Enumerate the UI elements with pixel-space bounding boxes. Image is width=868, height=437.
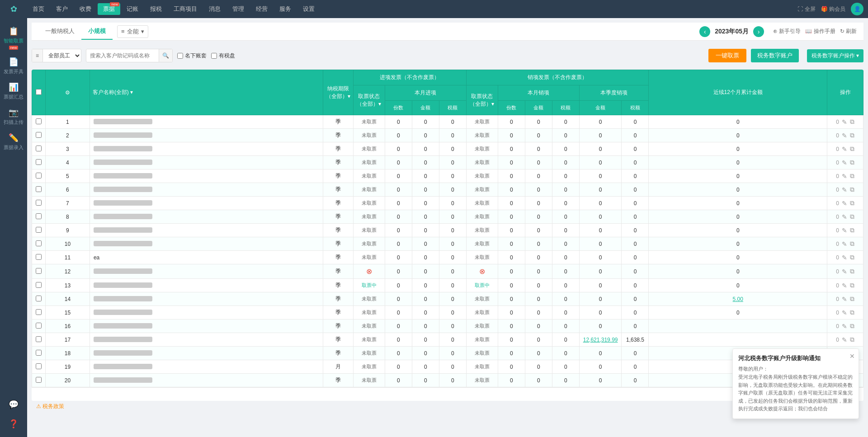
under-account-checkbox[interactable]: 名下账套: [177, 52, 207, 60]
edit-icon[interactable]: ✎: [842, 146, 847, 153]
copy-icon[interactable]: ⧉: [850, 118, 854, 126]
action-num-0[interactable]: 0: [836, 173, 839, 179]
under-account-check[interactable]: [177, 53, 183, 59]
sidebar-item-summary[interactable]: 📊 票据汇总: [0, 79, 27, 104]
select-all-checkbox[interactable]: [36, 89, 42, 95]
row-checkbox[interactable]: [36, 213, 42, 219]
nav-operation[interactable]: 经营: [250, 3, 273, 15]
row-checkbox[interactable]: [36, 282, 42, 288]
sidebar-item-fetch-invoice[interactable]: 📋 智能取票 new: [0, 23, 27, 53]
tax-digital-action-btn[interactable]: 税务数字账户操作 ▾: [807, 49, 863, 62]
action-num-0[interactable]: 0: [836, 146, 839, 152]
copy-icon[interactable]: ⧉: [850, 213, 854, 221]
tab-all-filter[interactable]: ≡ 全能 ▾: [117, 25, 148, 38]
copy-icon[interactable]: ⧉: [850, 309, 854, 316]
edit-icon[interactable]: ✎: [842, 240, 847, 248]
edit-icon[interactable]: ✎: [842, 186, 847, 193]
nav-home[interactable]: 首页: [27, 3, 50, 15]
search-input[interactable]: [86, 52, 159, 59]
member-btn[interactable]: 🎁 购会员: [821, 5, 845, 13]
action-num-0[interactable]: 0: [836, 160, 839, 166]
row-checkbox[interactable]: [36, 240, 42, 246]
tax-digital-account-btn[interactable]: 税务数字账户: [751, 49, 799, 62]
period-next-btn[interactable]: ›: [753, 26, 764, 37]
user-avatar[interactable]: 👤: [851, 3, 863, 15]
fullscreen-btn[interactable]: ⛶ 全屏: [797, 5, 815, 13]
edit-icon[interactable]: ✎: [842, 118, 847, 126]
row-checkbox[interactable]: [36, 296, 42, 301]
copy-icon[interactable]: ⧉: [850, 159, 854, 166]
action-num-0[interactable]: 0: [836, 214, 839, 220]
action-num-0[interactable]: 0: [836, 337, 839, 343]
action-num-0[interactable]: 0: [836, 132, 839, 139]
row-checkbox[interactable]: [36, 309, 42, 315]
copy-icon[interactable]: ⧉: [850, 226, 854, 234]
row-checkbox[interactable]: [36, 336, 42, 342]
row-checkbox[interactable]: [36, 350, 42, 356]
edit-icon[interactable]: ✎: [842, 254, 847, 261]
has-tax-disk-check[interactable]: [211, 53, 217, 59]
action-num-0[interactable]: 0: [836, 323, 839, 329]
one-click-fetch-btn[interactable]: 一键取票: [708, 49, 746, 62]
copy-icon[interactable]: ⧉: [850, 145, 854, 153]
refresh-btn[interactable]: ↻ 刷新: [840, 28, 857, 35]
sidebar-item-open-invoice[interactable]: 📄 发票开具: [0, 53, 27, 79]
edit-icon[interactable]: ✎: [842, 200, 847, 207]
copy-icon[interactable]: ⧉: [850, 240, 854, 248]
sidebar-item-help[interactable]: ❓: [9, 415, 19, 432]
edit-icon[interactable]: ✎: [842, 213, 847, 221]
action-num-0[interactable]: 0: [836, 296, 839, 302]
nav-manage[interactable]: 管理: [227, 3, 250, 15]
employee-select[interactable]: 全部员工: [43, 52, 81, 59]
nav-tax[interactable]: 报税: [145, 3, 167, 15]
copy-icon[interactable]: ⧉: [850, 322, 854, 330]
period-prev-btn[interactable]: ‹: [699, 26, 710, 37]
edit-icon[interactable]: ✎: [842, 323, 847, 330]
action-num-0[interactable]: 0: [836, 227, 839, 234]
guide-btn[interactable]: ⊕ 新手引导: [773, 28, 801, 35]
nav-message[interactable]: 消息: [203, 3, 226, 15]
action-num-0[interactable]: 0: [836, 310, 839, 316]
sidebar-item-chat[interactable]: 💬: [9, 396, 19, 413]
action-num-0[interactable]: 0: [836, 254, 839, 261]
action-num-0[interactable]: 0: [836, 241, 839, 247]
edit-icon[interactable]: ✎: [842, 159, 847, 166]
copy-icon[interactable]: ⧉: [850, 132, 854, 139]
edit-icon[interactable]: ✎: [842, 309, 847, 316]
action-num-0[interactable]: 0: [836, 282, 839, 289]
sidebar-item-entry[interactable]: ✏️ 票据录入: [0, 129, 27, 155]
row-checkbox[interactable]: [36, 254, 42, 260]
action-num-0[interactable]: 0: [836, 268, 839, 275]
th-period[interactable]: 纳税期限（全部）▾: [323, 70, 353, 115]
row-checkbox[interactable]: [36, 323, 42, 329]
copy-icon[interactable]: ⧉: [850, 254, 854, 261]
nav-service[interactable]: 服务: [274, 3, 297, 15]
th-out-status[interactable]: 取票状态（全部）▾: [466, 85, 498, 115]
edit-icon[interactable]: ✎: [842, 227, 847, 234]
edit-icon[interactable]: ✎: [842, 173, 847, 180]
nav-business[interactable]: 工商项目: [168, 3, 203, 15]
edit-icon[interactable]: ✎: [842, 282, 847, 289]
edit-icon[interactable]: ✎: [842, 132, 847, 139]
search-button[interactable]: 🔍: [159, 49, 172, 62]
copy-icon[interactable]: ⧉: [850, 295, 854, 303]
copy-icon[interactable]: ⧉: [850, 172, 854, 180]
row-checkbox[interactable]: [36, 132, 42, 138]
nav-bookkeeping[interactable]: 记账: [121, 3, 144, 15]
nav-settings[interactable]: 设置: [297, 3, 320, 15]
action-num-0[interactable]: 0: [836, 187, 839, 193]
row-checkbox[interactable]: [36, 377, 42, 383]
nav-fee[interactable]: 收费: [74, 3, 97, 15]
tab-general-taxpayer[interactable]: 一般纳税人: [38, 23, 81, 40]
th-in-status[interactable]: 取票状态（全部）▾: [353, 85, 385, 115]
copy-icon[interactable]: ⧉: [850, 268, 854, 275]
edit-icon[interactable]: ✎: [842, 296, 847, 303]
copy-icon[interactable]: ⧉: [850, 282, 854, 289]
action-num-0[interactable]: 0: [836, 200, 839, 207]
manual-btn[interactable]: 📖 操作手册: [805, 28, 835, 35]
row-checkbox[interactable]: [36, 159, 42, 165]
copy-icon[interactable]: ⧉: [850, 186, 854, 193]
row-checkbox[interactable]: [36, 227, 42, 233]
row-checkbox[interactable]: [36, 118, 42, 124]
row-checkbox[interactable]: [36, 363, 42, 369]
